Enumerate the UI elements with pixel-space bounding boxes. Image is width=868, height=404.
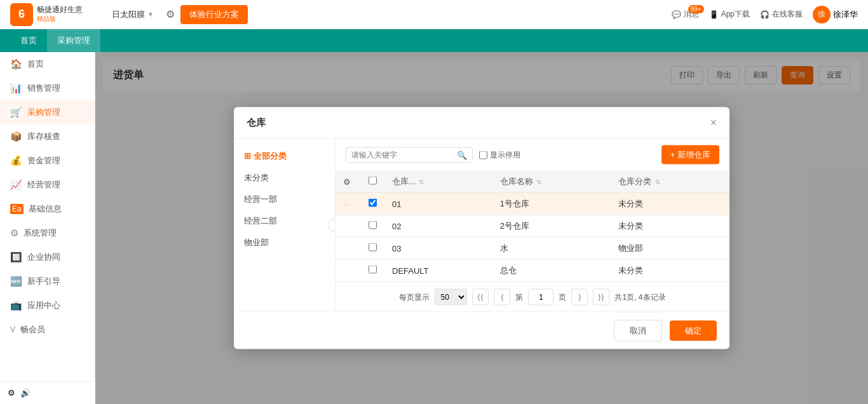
warehouse-modal: 仓库 × ⊞ 全部分类 未分类 经营一部 经营二部 物业部 《 bbox=[234, 107, 729, 349]
app-label: App下载 bbox=[721, 9, 750, 20]
gear-button[interactable]: ⚙ bbox=[160, 4, 180, 25]
sidebar-item-sales[interactable]: 📊 销售管理 bbox=[0, 76, 95, 100]
per-page-label: 每页显示 bbox=[399, 292, 430, 302]
enterprise-icon: 🔲 bbox=[10, 252, 22, 263]
header-right: 💬 消息 99+ 📱 App下载 🎧 在线客服 徐 徐泽华 bbox=[672, 6, 858, 24]
sidebar-item-label: 首页 bbox=[27, 58, 44, 70]
sidebar-item-label: 应用中心 bbox=[27, 300, 60, 311]
settings-icon[interactable]: ⚙ bbox=[8, 388, 15, 398]
row-category: 未分类 bbox=[611, 259, 729, 281]
table-row[interactable]: 03 水 物业部 bbox=[336, 237, 729, 259]
sidebar-item-purchase[interactable]: 🛒 采购管理 bbox=[0, 100, 95, 125]
show-disabled-checkbox[interactable] bbox=[479, 151, 487, 159]
app-download-item[interactable]: 📱 App下载 bbox=[709, 9, 750, 20]
content-area: 进货单 打印 导出 刷新 查询 设置 仓库 × ⊞ bbox=[95, 52, 868, 404]
modal-footer: 取消 确定 bbox=[234, 312, 729, 349]
last-page-button[interactable]: ⟩⟩ bbox=[593, 289, 609, 306]
row-code: 01 bbox=[384, 192, 492, 215]
show-disabled-checkbox-label[interactable]: 显示停用 bbox=[479, 149, 520, 160]
page-number-input[interactable] bbox=[528, 289, 553, 306]
sidebar-item-system[interactable]: ⚙ 系统管理 bbox=[0, 221, 95, 245]
table-panel: 🔍 显示停用 + 新增仓库 ⚙ bbox=[336, 139, 729, 312]
row-checkbox-cell bbox=[361, 237, 384, 259]
row-checkbox[interactable] bbox=[369, 221, 377, 229]
row-checkbox-cell bbox=[361, 259, 384, 281]
app-center-icon: 📺 bbox=[10, 300, 22, 311]
table-row[interactable]: 02 2号仓库 未分类 bbox=[336, 215, 729, 237]
row-checkbox[interactable] bbox=[369, 266, 377, 274]
store-selector[interactable]: 日太阳膜 ▼ bbox=[105, 6, 160, 23]
try-industry-button[interactable]: 体验行业方案 bbox=[180, 5, 248, 24]
sidebar-item-guide[interactable]: 🆕 新手引导 bbox=[0, 269, 95, 293]
col-code-label: 仓库... bbox=[392, 177, 416, 186]
sidebar-item-finance[interactable]: 💰 资金管理 bbox=[0, 149, 95, 173]
sidebar-item-home[interactable]: 🏠 首页 bbox=[0, 52, 95, 76]
row-code: DEFAULT bbox=[384, 259, 492, 281]
avatar: 徐 bbox=[813, 6, 831, 24]
inventory-icon: 📦 bbox=[10, 131, 22, 142]
row-checkbox-cell bbox=[361, 215, 384, 237]
col-name: 仓库名称 ⇅ bbox=[492, 171, 611, 193]
basic-info-icon: Ea bbox=[10, 204, 24, 214]
page-label: 第 bbox=[515, 292, 523, 302]
row-category: 物业部 bbox=[611, 237, 729, 259]
sidebar-item-inventory[interactable]: 📦 库存核查 bbox=[0, 125, 95, 149]
row-checkbox[interactable] bbox=[369, 243, 377, 252]
row-code: 02 bbox=[384, 215, 492, 237]
member-icon: V bbox=[10, 325, 15, 334]
table-header-row: ⚙ 仓库... ⇅ 仓库名称 ⇅ bbox=[336, 171, 729, 193]
user-name: 徐泽华 bbox=[833, 9, 858, 20]
sidebar-item-label: 库存核查 bbox=[27, 131, 60, 142]
row-name: 1号仓库 bbox=[492, 192, 611, 215]
next-page-button[interactable]: ⟩ bbox=[571, 289, 588, 306]
confirm-button[interactable]: 确定 bbox=[670, 321, 717, 341]
per-page-select[interactable]: 50 20 100 bbox=[435, 289, 467, 306]
select-all-checkbox[interactable] bbox=[369, 177, 377, 185]
first-page-button[interactable]: ⟨⟨ bbox=[472, 289, 489, 306]
category-operation1[interactable]: 经营一部 bbox=[234, 189, 335, 210]
sidebar-item-member[interactable]: V 畅会员 bbox=[0, 318, 95, 342]
cancel-button[interactable]: 取消 bbox=[614, 320, 662, 342]
prev-page-button[interactable]: ⟨ bbox=[494, 289, 510, 306]
purchase-icon: 🛒 bbox=[10, 107, 22, 118]
service-label: 在线客服 bbox=[772, 9, 803, 20]
message-icon: 💬 bbox=[672, 10, 681, 19]
sort-icon: ⇅ bbox=[655, 178, 660, 185]
search-input[interactable] bbox=[351, 151, 457, 159]
user-avatar-area[interactable]: 徐 徐泽华 bbox=[813, 6, 858, 24]
row-name: 2号仓库 bbox=[492, 215, 611, 237]
category-unclassified[interactable]: 未分类 bbox=[234, 167, 335, 189]
chevron-down-icon: ▼ bbox=[147, 11, 154, 18]
sort-icon: ⇅ bbox=[419, 178, 424, 185]
sidebar-item-app-center[interactable]: 📺 应用中心 bbox=[0, 293, 95, 318]
brand-icon: 6 bbox=[10, 3, 33, 26]
customer-service-item[interactable]: 🎧 在线客服 bbox=[760, 9, 803, 20]
table-row[interactable]: DEFAULT 总仓 未分类 bbox=[336, 259, 729, 281]
show-disabled-label: 显示停用 bbox=[490, 149, 520, 160]
subnav-item-home[interactable]: 首页 bbox=[10, 29, 47, 52]
headset-icon: 🎧 bbox=[760, 10, 770, 19]
sidebar-item-basic-info[interactable]: Ea 基础信息 bbox=[0, 197, 95, 221]
row-actions bbox=[336, 237, 361, 259]
home-icon: 🏠 bbox=[10, 58, 22, 70]
all-category-item[interactable]: ⊞ 全部分类 bbox=[234, 145, 335, 167]
sidebar-item-label: 经营管理 bbox=[27, 179, 60, 191]
volume-icon[interactable]: 🔊 bbox=[20, 388, 31, 398]
sidebar-item-label: 采购管理 bbox=[27, 107, 60, 118]
page-unit: 页 bbox=[559, 292, 566, 302]
sidebar-item-enterprise[interactable]: 🔲 企业协同 bbox=[0, 245, 95, 269]
message-item[interactable]: 💬 消息 99+ bbox=[672, 9, 699, 20]
more-icon[interactable]: ··· bbox=[343, 199, 349, 208]
category-operation2[interactable]: 经营二部 bbox=[234, 210, 335, 232]
subnav-item-purchase[interactable]: 采购管理 bbox=[47, 29, 100, 52]
category-property[interactable]: 物业部 bbox=[234, 232, 335, 253]
add-warehouse-button[interactable]: + 新增仓库 bbox=[661, 145, 719, 165]
table-row[interactable]: ··· 01 1号仓库 未分类 bbox=[336, 192, 729, 215]
close-icon[interactable]: × bbox=[710, 116, 717, 130]
row-checkbox[interactable] bbox=[369, 199, 377, 207]
brand-sub: 精品版 bbox=[37, 15, 83, 24]
search-box[interactable]: 🔍 bbox=[346, 147, 473, 163]
all-category-label: ⊞ 全部分类 bbox=[244, 151, 287, 162]
sidebar-item-business[interactable]: 📈 经营管理 bbox=[0, 173, 95, 197]
store-name: 日太阳膜 bbox=[112, 9, 145, 20]
